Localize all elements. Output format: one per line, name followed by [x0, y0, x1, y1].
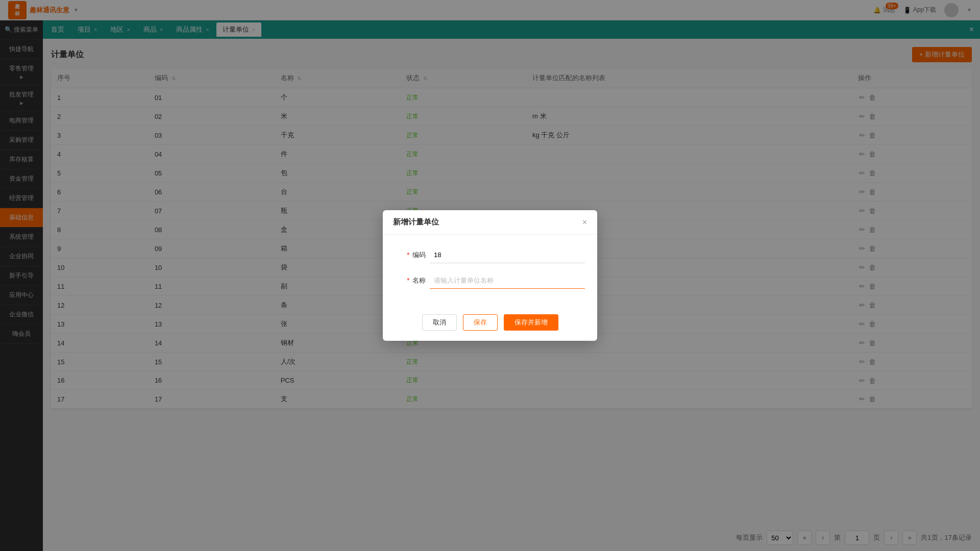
name-input[interactable]: [430, 272, 585, 289]
modal-overlay: 新增计量单位 × * 编码 * 名称 取消 保存 保存并新增: [0, 0, 980, 551]
cancel-button[interactable]: 取消: [422, 314, 457, 331]
modal-footer: 取消 保存 保存并新增: [383, 306, 597, 341]
add-unit-modal: 新增计量单位 × * 编码 * 名称 取消 保存 保存并新增: [383, 210, 597, 341]
modal-body: * 编码 * 名称: [383, 235, 597, 306]
form-label-name: * 名称: [395, 276, 426, 285]
required-mark: *: [407, 277, 409, 284]
modal-header: 新增计量单位 ×: [383, 210, 597, 235]
modal-close-button[interactable]: ×: [582, 218, 587, 227]
save-and-new-button[interactable]: 保存并新增: [504, 314, 558, 331]
form-label-code: * 编码: [395, 251, 426, 260]
code-input[interactable]: [430, 247, 585, 263]
modal-title: 新增计量单位: [393, 217, 439, 227]
form-row-code: * 编码: [395, 247, 585, 263]
required-mark: *: [407, 251, 409, 259]
form-row-name: * 名称: [395, 272, 585, 289]
save-button[interactable]: 保存: [463, 314, 498, 331]
